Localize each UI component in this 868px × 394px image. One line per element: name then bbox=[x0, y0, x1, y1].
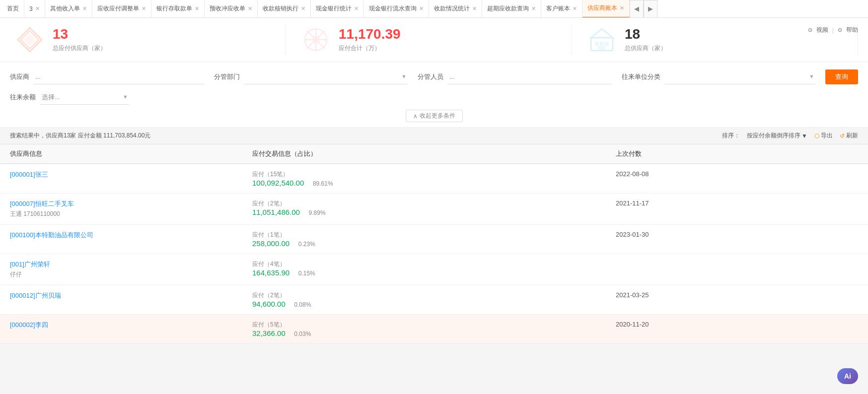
person-filter-label: 分管人员 bbox=[418, 72, 443, 81]
trans-amount-4[interactable]: 164,635.90 bbox=[252, 268, 289, 277]
dept-filter-select[interactable] bbox=[244, 69, 408, 84]
supplier-link-4[interactable]: [001]广州荣轩 bbox=[10, 261, 50, 268]
summary-payable-suppliers: 13 总应付供应商（家） bbox=[10, 25, 286, 55]
help-link[interactable]: 帮助 bbox=[846, 26, 858, 34]
supplier-link-2[interactable]: [000007]恒旺二手叉车 bbox=[10, 200, 74, 207]
nav-tab-other-income[interactable]: 其他收入单 ✕ bbox=[45, 0, 92, 18]
trans-info-4: 应付（4笔） 164,635.90 0.15% bbox=[252, 260, 616, 277]
trans-amount-1[interactable]: 100,092,540.00 bbox=[252, 179, 304, 187]
trans-percent-6: 0.03% bbox=[294, 330, 311, 337]
close-icon[interactable]: ✕ bbox=[472, 5, 477, 12]
sort-chevron-down-icon: ▼ bbox=[801, 132, 807, 139]
nav-tab-ar-ap-adjust[interactable]: 应收应付调整单 ✕ bbox=[92, 0, 151, 18]
nav-tab-customer-ledger[interactable]: 客户账本 ✕ bbox=[541, 0, 582, 18]
trans-label-6: 应付（5笔） bbox=[252, 321, 286, 328]
nav-next-arrow[interactable]: ▶ bbox=[644, 0, 657, 18]
nav-tab-receipt-exec[interactable]: 收款核销执行 ✕ bbox=[258, 0, 311, 18]
category-filter-select[interactable] bbox=[664, 69, 816, 84]
lastpay-cell-6: 2020-11-20 bbox=[616, 321, 858, 328]
nav-tab-cash-bank-stat[interactable]: 现金银行统计 ✕ bbox=[311, 0, 364, 18]
svg-rect-11 bbox=[600, 42, 604, 46]
payable-amount-number: 11,170.39 bbox=[339, 27, 401, 42]
close-icon[interactable]: ✕ bbox=[195, 5, 199, 12]
supplier-link-6[interactable]: [000002]李四 bbox=[10, 321, 48, 328]
supplier-contact-2: 王通 17106110000 bbox=[10, 210, 252, 218]
close-icon[interactable]: ✕ bbox=[531, 5, 536, 12]
close-icon[interactable]: ✕ bbox=[142, 5, 146, 12]
transaction-cell-3: 应付（1笔） 258,000.00 0.23% bbox=[252, 231, 616, 248]
lastpay-cell-2: 2021-11-17 bbox=[616, 199, 858, 207]
trans-amount-6[interactable]: 32,366.00 bbox=[252, 329, 286, 337]
dept-filter-label: 分管部门 bbox=[214, 72, 240, 81]
nav-tab-supplier-ledger[interactable]: 供应商账本 ✕ bbox=[582, 0, 630, 18]
nav-tab-3-label: 3 bbox=[29, 5, 33, 12]
person-filter-input[interactable] bbox=[447, 69, 612, 84]
trans-label-3: 应付（1笔） bbox=[252, 231, 286, 238]
trans-info-3: 应付（1笔） 258,000.00 0.23% bbox=[252, 231, 616, 248]
close-icon[interactable]: ✕ bbox=[82, 5, 87, 12]
svg-marker-14 bbox=[591, 29, 613, 38]
transaction-cell-6: 应付（5笔） 32,366.00 0.03% bbox=[252, 321, 616, 337]
refresh-button[interactable]: ↺ 刷新 bbox=[840, 131, 858, 140]
sort-label: 排序： bbox=[722, 131, 740, 140]
close-icon[interactable]: ✕ bbox=[354, 5, 359, 12]
close-icon[interactable]: ✕ bbox=[573, 5, 577, 12]
nav-tab-bank-deposit[interactable]: 银行存取款单 ✕ bbox=[151, 0, 205, 18]
table-row: [000001]张三 应付（15笔） 100,092,540.00 89.61%… bbox=[0, 164, 868, 194]
payable-amount-icon bbox=[301, 25, 331, 55]
sort-button[interactable]: 按应付余额倒序排序 ▼ bbox=[747, 131, 807, 140]
nav-tab-receipt-stat[interactable]: 收款情况统计 ✕ bbox=[429, 0, 482, 18]
result-info: 搜索结果中，供应商13家 应付金额 111,703,854.00元 bbox=[10, 131, 150, 140]
video-link[interactable]: 视频 bbox=[816, 26, 828, 34]
dept-filter-select-wrap: ▼ bbox=[244, 69, 408, 84]
nav-prev-arrow[interactable]: ◀ bbox=[630, 0, 644, 18]
svg-rect-12 bbox=[605, 42, 609, 46]
trans-percent-2: 9.89% bbox=[309, 209, 326, 216]
trans-percent-5: 0.08% bbox=[294, 301, 311, 308]
nav-tab-receipt-stat-label: 收款情况统计 bbox=[434, 4, 470, 13]
filter-category: 往来单位分类 ▼ bbox=[622, 69, 816, 84]
close-icon[interactable]: ✕ bbox=[35, 5, 40, 12]
supplier-link-1[interactable]: [000001]张三 bbox=[10, 171, 48, 178]
trans-amount-3[interactable]: 258,000.00 bbox=[252, 239, 289, 248]
trans-amount-2[interactable]: 11,051,486.00 bbox=[252, 208, 300, 216]
nav-tab-cash-bank-flow[interactable]: 现金银行流水查询 ✕ bbox=[364, 0, 429, 18]
lastpay-cell-5: 2021-03-25 bbox=[616, 291, 858, 299]
collapse-button[interactable]: ∧ 收起更多条件 bbox=[406, 110, 463, 122]
close-icon[interactable]: ✕ bbox=[419, 5, 424, 12]
nav-tab-home[interactable]: 首页 bbox=[2, 0, 24, 18]
nav-tab-ar-ap-adjust-label: 应收应付调整单 bbox=[97, 4, 139, 13]
svg-rect-13 bbox=[598, 46, 606, 51]
total-suppliers-number: 18 bbox=[625, 27, 666, 42]
nav-tab-3[interactable]: 3 ✕ bbox=[24, 0, 45, 18]
summary-payable-amount: 11,170.39 应付合计（万） bbox=[286, 25, 572, 55]
table-row: [000007]恒旺二手叉车 王通 17106110000 应付（2笔） 11,… bbox=[0, 194, 868, 225]
nav-tab-overdue-ar[interactable]: 超期应收款查询 ✕ bbox=[482, 0, 541, 18]
supplier-cell-5: [000012]广州贝瑞 bbox=[10, 291, 252, 300]
supplier-link-3[interactable]: [000100]本特勤油品有限公司 bbox=[10, 231, 93, 239]
close-icon[interactable]: ✕ bbox=[248, 5, 252, 12]
supplier-filter-input[interactable] bbox=[33, 69, 204, 84]
col-header-transaction: 应付交易信息（占比） bbox=[252, 149, 616, 158]
table-row: [001]广州荣轩 仔仔 应付（4笔） 164,635.90 0.15% bbox=[0, 254, 868, 285]
nav-tab-advance-offset[interactable]: 预收冲应收单 ✕ bbox=[205, 0, 258, 18]
table-row: [000012]广州贝瑞 应付（2笔） 94,600.00 0.08% 2021… bbox=[0, 285, 868, 315]
supplier-contact-4: 仔仔 bbox=[10, 270, 252, 279]
payable-amount-label: 应付合计（万） bbox=[339, 44, 401, 53]
payable-suppliers-icon bbox=[15, 25, 45, 55]
close-icon[interactable]: ✕ bbox=[620, 5, 624, 11]
supplier-link-5[interactable]: [000012]广州贝瑞 bbox=[10, 292, 61, 299]
lastpay-cell-1: 2022-08-08 bbox=[616, 170, 858, 178]
balance-filter-select[interactable]: 选择... bbox=[40, 89, 129, 104]
collapse-btn-label: 收起更多条件 bbox=[420, 112, 455, 120]
data-table: 供应商信息 应付交易信息（占比） 上次付数 [000001]张三 应付（15笔）… bbox=[0, 144, 868, 344]
filter-balance: 往来余额 选择... ▼ bbox=[10, 89, 129, 105]
trans-amount-5[interactable]: 94,600.00 bbox=[252, 300, 286, 308]
transaction-cell-4: 应付（4笔） 164,635.90 0.15% bbox=[252, 260, 616, 277]
trans-label-4: 应付（4笔） bbox=[252, 261, 286, 267]
nav-tab-advance-offset-label: 预收冲应收单 bbox=[210, 4, 245, 13]
supplier-cell-3: [000100]本特勤油品有限公司 bbox=[10, 231, 252, 240]
export-button[interactable]: ⬡ 导出 bbox=[814, 131, 833, 140]
close-icon[interactable]: ✕ bbox=[301, 5, 305, 12]
search-button[interactable]: 查询 bbox=[825, 69, 858, 84]
